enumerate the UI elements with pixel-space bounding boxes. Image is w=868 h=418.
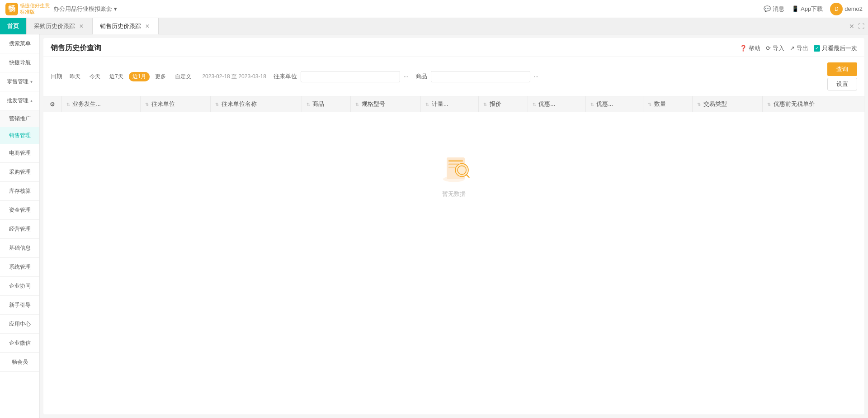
sort-icon-spec: ⇅ xyxy=(355,102,359,107)
sort-icon-pre-discount-price: ⇅ xyxy=(767,102,771,107)
app-logo-icon: 畅 xyxy=(5,3,18,15)
query-button[interactable]: 查询 xyxy=(827,62,857,76)
sort-icon-trade-type: ⇅ xyxy=(697,102,701,107)
user-name: demo2 xyxy=(844,5,863,12)
user-menu[interactable]: D demo2 xyxy=(830,3,863,15)
sidebar-item-search-menu[interactable]: 搜索菜单 xyxy=(0,34,39,53)
page-title: 销售历史价查询 xyxy=(51,43,101,53)
sort-icon-product: ⇅ xyxy=(307,102,310,107)
sidebar-item-finance-mgmt[interactable]: 资金管理 xyxy=(0,201,39,220)
table-col-partner-name[interactable]: ⇅ 往来单位名称 xyxy=(211,96,302,112)
sidebar-item-guide[interactable]: 新手引导 xyxy=(0,296,39,315)
empty-text: 暂无数据 xyxy=(442,190,466,198)
main-layout: 搜索菜单 快捷导航 零售管理 ▾ 批发管理 ▴ 营销推广 销售管理 电商管理 采… xyxy=(0,34,868,418)
partner-input[interactable] xyxy=(301,71,400,82)
header-right: 💬 消息 📱 App下载 D demo2 xyxy=(764,3,863,15)
date-btn-last7days[interactable]: 近7天 xyxy=(106,72,127,81)
export-icon: ↗ xyxy=(790,45,795,52)
sidebar-item-sys-mgmt[interactable]: 系统管理 xyxy=(0,258,39,277)
sidebar-item-member[interactable]: 畅会员 xyxy=(0,353,39,372)
import-button[interactable]: ⟳ 导入 xyxy=(766,44,784,52)
table-col-discount1[interactable]: ⇅ 优惠... xyxy=(528,96,585,112)
product-filter-area: 商品 ··· xyxy=(415,71,538,82)
home-tab-label: 首页 xyxy=(7,22,19,30)
retail-mgmt-label: 零售管理 xyxy=(7,78,28,86)
maximize-icon[interactable]: ⛶ xyxy=(858,23,864,30)
empty-state-icon xyxy=(436,148,472,185)
sort-icon-partner-name: ⇅ xyxy=(215,102,219,107)
table-col-partner-code[interactable]: ⇅ 往来单位 xyxy=(140,96,210,112)
wholesale-arrow-icon: ▴ xyxy=(30,98,33,103)
tab-bar: 首页 采购历史价跟踪 ✕ 销售历史价跟踪 ✕ ✕ ⛶ xyxy=(0,18,868,34)
avatar: D xyxy=(830,3,843,15)
sidebar-item-wholesale-mgmt[interactable]: 批发管理 ▴ xyxy=(0,91,39,110)
close-all-icon[interactable]: ✕ xyxy=(849,23,854,30)
sidebar-item-inventory[interactable]: 库存核算 xyxy=(0,182,39,201)
logo-area: 畅 畅捷信好生意 标准版 xyxy=(5,3,50,15)
close-purchase-history-icon[interactable]: ✕ xyxy=(78,23,85,30)
product-more-icon[interactable]: ··· xyxy=(534,73,538,80)
sidebar-item-enterprise[interactable]: 企业协同 xyxy=(0,277,39,296)
sidebar-item-app-center[interactable]: 应用中心 xyxy=(0,315,39,334)
tab-bar-actions: ✕ ⛶ xyxy=(849,23,868,30)
table-col-pre-discount-price[interactable]: ⇅ 优惠前无税单价 xyxy=(763,96,864,112)
tab-sales-history[interactable]: 销售历史价跟踪 ✕ xyxy=(93,18,159,34)
sort-icon-discount2: ⇅ xyxy=(590,102,594,107)
date-btn-more[interactable]: 更多 xyxy=(151,72,170,81)
download-icon: 📱 xyxy=(792,5,799,12)
date-filter-group: 日期 昨天 今天 近7天 近1月 更多 自定义 xyxy=(51,72,195,81)
table-container: ⚙ ⇅ 业务发生... ⇅ 往来单位 ⇅ 往来单位名称 xyxy=(43,96,864,414)
table-col-discount2[interactable]: ⇅ 优惠... xyxy=(585,96,643,112)
table-col-trade-type[interactable]: ⇅ 交易类型 xyxy=(693,96,763,112)
date-btn-today[interactable]: 今天 xyxy=(86,72,104,81)
retail-arrow-icon: ▾ xyxy=(30,79,33,84)
only-last-checkbox-area[interactable]: ✓ 只看最后一次 xyxy=(814,44,857,52)
sidebar-item-purchase-mgmt[interactable]: 采购管理 xyxy=(0,163,39,182)
table-col-quantity[interactable]: ⇅ 数量 xyxy=(643,96,693,112)
sidebar-item-base-info[interactable]: 基础信息 xyxy=(0,239,39,258)
sidebar-item-retail-mgmt[interactable]: 零售管理 ▾ xyxy=(0,72,39,91)
table-header: ⚙ ⇅ 业务发生... ⇅ 往来单位 ⇅ 往来单位名称 xyxy=(43,96,864,112)
app-download-button[interactable]: 📱 App下载 xyxy=(792,5,823,13)
message-button[interactable]: 💬 消息 xyxy=(764,5,784,13)
table-col-settings[interactable]: ⚙ xyxy=(43,96,61,112)
only-last-label: 只看最后一次 xyxy=(822,44,857,52)
page-actions: ❓ 帮助 ⟳ 导入 ↗ 导出 ✓ 只看最后一次 xyxy=(740,44,857,52)
table-col-quoted-price[interactable]: ⇅ 报价 xyxy=(479,96,528,112)
date-btn-custom[interactable]: 自定义 xyxy=(171,72,195,81)
table-col-product[interactable]: ⇅ 商品 xyxy=(302,96,351,112)
export-button[interactable]: ↗ 导出 xyxy=(790,44,808,52)
table-col-biz-date[interactable]: ⇅ 业务发生... xyxy=(61,96,140,112)
sidebar-item-ops-mgmt[interactable]: 经营管理 xyxy=(0,220,39,239)
sort-icon-unit: ⇅ xyxy=(425,102,429,107)
tab-purchase-history[interactable]: 采购历史价跟踪 ✕ xyxy=(27,18,93,34)
help-button[interactable]: ❓ 帮助 xyxy=(740,44,760,52)
table-col-spec[interactable]: ⇅ 规格型号 xyxy=(351,96,421,112)
partner-label: 往来单位 xyxy=(274,72,297,81)
filter-bar: 日期 昨天 今天 近7天 近1月 更多 自定义 2023-02-18 至 202… xyxy=(43,57,864,96)
tab-home[interactable]: 首页 xyxy=(0,18,27,34)
table-col-unit[interactable]: ⇅ 计量... xyxy=(421,96,479,112)
workspace-name: 办公用品行业模拟账套 xyxy=(53,5,112,13)
help-icon: ❓ xyxy=(740,45,747,52)
date-btn-last1month[interactable]: 近1月 xyxy=(129,72,150,81)
sort-icon-quantity: ⇅ xyxy=(648,102,651,107)
date-btn-yesterday[interactable]: 昨天 xyxy=(66,72,84,81)
close-sales-history-icon[interactable]: ✕ xyxy=(144,23,151,30)
settings-button[interactable]: 设置 xyxy=(827,78,857,90)
sidebar-item-enterprise-wechat[interactable]: 企业微信 xyxy=(0,334,39,353)
date-options: 昨天 今天 近7天 近1月 更多 自定义 xyxy=(66,72,195,81)
sidebar-item-marketing-promo[interactable]: 营销推广 xyxy=(0,110,39,127)
only-last-checkbox[interactable]: ✓ xyxy=(814,45,820,52)
filter-actions: 查询 设置 xyxy=(827,62,857,90)
product-input[interactable] xyxy=(431,71,530,82)
sidebar-item-ecom-mgmt[interactable]: 电商管理 xyxy=(0,144,39,163)
partner-filter-area: 往来单位 ··· xyxy=(274,71,408,82)
workspace-selector[interactable]: 办公用品行业模拟账套 ▾ xyxy=(53,5,117,13)
sort-icon-biz-date: ⇅ xyxy=(66,102,70,107)
sidebar-item-sales-mgmt[interactable]: 销售管理 xyxy=(0,127,39,144)
date-range-display: 2023-02-18 至 2023-03-18 xyxy=(202,73,266,81)
sidebar-item-quick-nav[interactable]: 快捷导航 xyxy=(0,53,39,72)
product-label: 商品 xyxy=(415,72,427,81)
partner-more-icon[interactable]: ··· xyxy=(404,73,408,80)
